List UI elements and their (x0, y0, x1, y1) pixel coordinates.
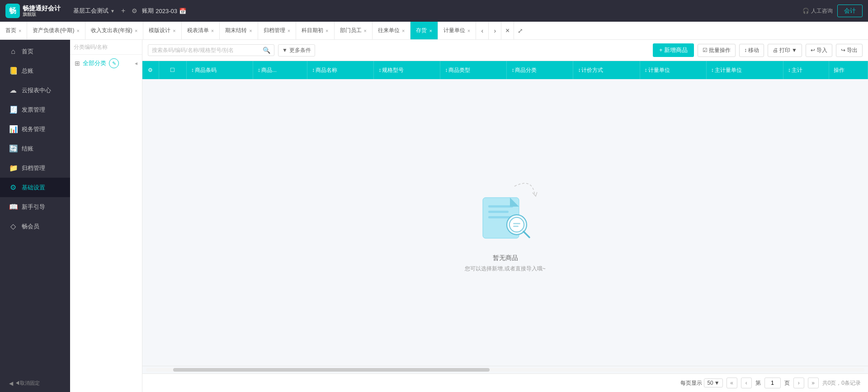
page-size-arrow-icon: ▼ (714, 380, 720, 386)
tab-inventory-close[interactable]: × (429, 28, 432, 33)
sidebar-item-ledger[interactable]: 📒 总账 (0, 61, 70, 80)
th-name: ↕ 商品名称 (307, 61, 374, 79)
sidebar-item-member[interactable]: ◇ 畅会员 (0, 217, 70, 236)
th-pricing: ↕ 计价方式 (573, 61, 640, 79)
tab-balance-sheet-close[interactable]: × (76, 28, 79, 33)
tab-bar: 首页 × 资产负债表(中期) × 收入支出表(年报) × 模版设计 × 税表清单… (0, 22, 868, 40)
th-code: ↕ 商品... (253, 61, 307, 79)
tab-homepage-label: 首页 (5, 27, 16, 34)
th-category: ↕ 商品分类 (507, 61, 573, 79)
tab-contacts-label: 往来单位 (378, 27, 400, 34)
tab-homepage[interactable]: 首页 × (0, 22, 27, 40)
tab-period-carry[interactable]: 期末结转 × (220, 22, 258, 40)
sidebar-settings-label: 基础设置 (22, 184, 45, 192)
tab-tax-close[interactable]: × (211, 28, 214, 33)
tab-expand[interactable]: ⤢ (514, 22, 527, 40)
tab-period-carry-close[interactable]: × (249, 28, 252, 33)
sidebar-item-settings[interactable]: ⚙ 基础设置 (0, 178, 70, 197)
scrollbar-track[interactable] (146, 368, 864, 372)
batch-operation-button[interactable]: ☑ 批量操作 (698, 44, 736, 57)
svg-rect-1 (488, 205, 513, 208)
page-size-select: 每页显示 50 ▼ (680, 378, 722, 387)
category-search-input[interactable] (74, 44, 142, 50)
logo-main: 畅捷通好会计 (23, 5, 61, 12)
tab-inventory[interactable]: 存货 × (410, 22, 438, 40)
sidebar: ⌂ 首页 📒 总账 ☁ 云报表中心 🧾 发票管理 📊 税务管理 🔄 结账 📁 归… (0, 40, 70, 392)
filter-icon: ▼ (282, 47, 288, 53)
sidebar-unpin-button[interactable]: ◀ ◀取消固定 (0, 374, 70, 392)
sidebar-item-cloud-report[interactable]: ☁ 云报表中心 (0, 80, 70, 100)
th-main-unit: ↕ 主计量单位 (706, 61, 783, 79)
account-button[interactable]: 会计 (837, 5, 863, 17)
tab-subject-init[interactable]: 科目期初 × (296, 22, 334, 40)
unpin-label: ◀取消固定 (15, 380, 40, 387)
th-checkbox[interactable]: ☐ (159, 61, 186, 79)
move-button[interactable]: ↕ 移动 (739, 44, 764, 57)
category-collapse-icon[interactable]: ◂ (135, 60, 137, 66)
product-table: ⚙ ☐ ↕ 商品条码 (142, 61, 868, 79)
customer-service-button[interactable]: 🎧 人工咨询 (802, 7, 833, 15)
tab-unit[interactable]: 计量单位 × (438, 22, 476, 40)
header-company[interactable]: 基层工会测试 ▼ (73, 7, 115, 15)
sidebar-item-archive[interactable]: 📁 归档管理 (0, 158, 70, 178)
home-icon: ⌂ (9, 47, 17, 56)
sidebar-item-guide[interactable]: 📖 新手引导 (0, 197, 70, 217)
page-next-button[interactable]: › (793, 378, 804, 388)
tab-homepage-close[interactable]: × (19, 28, 21, 33)
logo-icon: 畅 (5, 4, 20, 18)
sidebar-member-label: 畅会员 (22, 222, 39, 231)
tab-template[interactable]: 模版设计 × (143, 22, 181, 40)
tab-unit-close[interactable]: × (467, 28, 470, 33)
print-dropdown-icon: ▼ (792, 47, 797, 53)
calendar-icon[interactable]: 📅 (179, 8, 186, 14)
sidebar-home-label: 首页 (22, 47, 33, 56)
tab-income-statement[interactable]: 收入支出表(年报) × (85, 22, 143, 40)
tab-scroll-right[interactable]: › (489, 22, 501, 40)
sidebar-item-closing[interactable]: 🔄 结账 (0, 139, 70, 158)
tab-contacts[interactable]: 往来单位 × (373, 22, 410, 40)
page-prev-button[interactable]: ‹ (741, 378, 752, 388)
tab-scroll-left[interactable]: ‹ (476, 22, 489, 40)
tab-balance-sheet[interactable]: 资产负债表(中期) × (27, 22, 85, 40)
sidebar-item-tax[interactable]: 📊 税务管理 (0, 119, 70, 139)
sidebar-item-invoice[interactable]: 🧾 发票管理 (0, 100, 70, 119)
add-tab-button[interactable]: + (119, 7, 127, 15)
tab-contacts-close[interactable]: × (402, 28, 405, 33)
tab-template-close[interactable]: × (173, 28, 175, 33)
sidebar-item-home[interactable]: ⌂ 首页 (0, 42, 70, 61)
top-header: 畅 畅捷通好会计 旗舰版 基层工会测试 ▼ + ⚙ 账期 2023-03 📅 🎧… (0, 0, 868, 22)
move-icon: ↕ (744, 47, 747, 53)
toolbar: 🔍 ▼ 更多条件 + 新增商品 ☑ 批量操作 ↕ (142, 40, 868, 61)
tab-archive[interactable]: 归档管理 × (258, 22, 296, 40)
tab-department[interactable]: 部门员工 × (335, 22, 373, 40)
tab-close-all[interactable]: × (501, 22, 514, 40)
export-button[interactable]: ↪ 导出 (836, 44, 863, 57)
page-first-button[interactable]: « (726, 378, 737, 388)
logo-text: 畅捷通好会计 旗舰版 (23, 5, 61, 18)
headset-icon: 🎧 (802, 8, 809, 14)
page-last-button[interactable]: » (808, 378, 819, 388)
add-product-button[interactable]: + 新增商品 (653, 43, 694, 57)
tab-archive-close[interactable]: × (288, 28, 290, 33)
tab-income-statement-close[interactable]: × (135, 28, 137, 33)
tab-subject-init-close[interactable]: × (326, 28, 328, 33)
category-all[interactable]: ⊞ 全部分类 ✎ ◂ (70, 55, 142, 72)
category-edit-button[interactable]: ✎ (109, 58, 119, 68)
sidebar-invoice-label: 发票管理 (22, 106, 45, 114)
page-input[interactable] (764, 378, 781, 388)
scrollbar-thumb[interactable] (173, 368, 490, 372)
tab-tax[interactable]: 税表清单 × (182, 22, 220, 40)
th-spec: ↕ 规格型号 (374, 61, 440, 79)
filter-button[interactable]: ▼ 更多条件 (278, 44, 315, 57)
print-button[interactable]: 🖨 打印 ▼ (768, 44, 802, 57)
th-settings[interactable]: ⚙ (142, 61, 159, 79)
page-size-dropdown[interactable]: 50 ▼ (704, 378, 722, 387)
settings-icon[interactable]: ⚙ (132, 7, 137, 14)
right-panel: 🔍 ▼ 更多条件 + 新增商品 ☑ 批量操作 ↕ (142, 40, 868, 392)
import-button[interactable]: ↩ 导入 (806, 44, 832, 57)
company-dropdown-icon[interactable]: ▼ (110, 9, 115, 14)
toolbar-search-icon[interactable]: 🔍 (263, 47, 270, 54)
toolbar-search-input[interactable] (152, 47, 261, 53)
tab-department-close[interactable]: × (364, 28, 367, 33)
table-scrollbar-area (142, 366, 868, 373)
